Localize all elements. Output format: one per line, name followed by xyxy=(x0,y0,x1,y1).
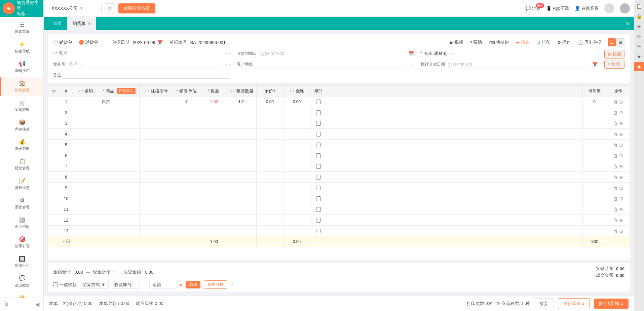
video-btn[interactable]: ▶ 视频 xyxy=(448,39,465,46)
row-price-cell[interactable] xyxy=(256,107,283,118)
row-qty-cell[interactable] xyxy=(200,204,227,215)
row-amount-cell[interactable] xyxy=(283,150,310,161)
row-remark-cell[interactable] xyxy=(327,226,582,236)
radio-return-label[interactable]: 退货单 xyxy=(79,39,98,45)
message-button[interactable]: 💬 消息 99+ xyxy=(525,5,541,11)
row-gift-cell[interactable] xyxy=(310,183,327,193)
row-gift-cell[interactable] xyxy=(310,172,327,183)
row-amount-cell[interactable] xyxy=(283,193,310,204)
company-selector[interactable]: XXXXXX公司 ▼ xyxy=(48,4,102,13)
row-qty-cell[interactable] xyxy=(200,129,227,140)
row-product-cell[interactable] xyxy=(99,129,140,140)
sidebar-item-search[interactable]: ☰搜索菜单 xyxy=(0,18,43,38)
row-unit-cell[interactable] xyxy=(173,129,200,140)
row-product-cell[interactable]: 拆货 xyxy=(99,96,140,107)
logistics-button[interactable]: + 物流 xyxy=(604,60,624,69)
row-amount-cell[interactable] xyxy=(283,172,310,183)
expense-tab-btn[interactable]: 费用分摊 xyxy=(204,280,227,289)
row-barcode-cell[interactable] xyxy=(72,193,99,204)
row-remark-cell[interactable] xyxy=(327,172,582,183)
row-product-cell[interactable] xyxy=(99,161,140,172)
row-gift-cell[interactable] xyxy=(310,118,327,129)
rp-edit-icon[interactable]: ✏ xyxy=(634,42,644,51)
row-product-cell[interactable] xyxy=(99,215,140,226)
delete-row-icon[interactable]: 🗑 xyxy=(613,196,618,201)
gift-checkbox[interactable] xyxy=(316,218,321,223)
rp-minus-icon[interactable]: ⊘ xyxy=(634,32,644,41)
row-spec-cell[interactable] xyxy=(140,118,173,129)
sidebar-item-inventory[interactable]: 📦库存核算 xyxy=(0,116,43,135)
payment-account-select[interactable]: 收款账号 xyxy=(112,281,139,289)
row-amount-cell[interactable] xyxy=(283,215,310,226)
one-click-payment-checkbox[interactable] xyxy=(53,282,58,287)
row-qty-cell[interactable] xyxy=(200,226,227,236)
save-draft-button[interactable]: 保存草稿 ▲ xyxy=(558,298,590,309)
row-unit-cell[interactable] xyxy=(173,118,200,129)
row-pkgqty-cell[interactable]: 1个 xyxy=(227,96,257,107)
gift-checkbox[interactable] xyxy=(316,143,321,147)
rp-add-icon[interactable]: ⊕ xyxy=(634,22,644,31)
sidebar-item-operations[interactable]: 📋经营管理 xyxy=(0,155,43,174)
row-pkgqty-cell[interactable] xyxy=(227,193,257,204)
address-more-icon[interactable]: ··· xyxy=(409,61,414,67)
row-spec-cell[interactable] xyxy=(140,183,173,193)
tab-sales-order[interactable]: 销货单 ✕ xyxy=(67,17,96,30)
delete-row-icon[interactable]: 🗑 xyxy=(613,207,618,212)
tab-close-icon[interactable]: ✕ xyxy=(88,22,91,26)
row-amount-cell[interactable] xyxy=(283,107,310,118)
sidebar-item-finance[interactable]: 💰资金管理 xyxy=(0,135,43,155)
row-gift-cell[interactable] xyxy=(310,150,327,161)
row-pkgqty-cell[interactable] xyxy=(227,172,257,183)
delete-row-icon[interactable]: 🗑 xyxy=(613,99,618,105)
row-amount-cell[interactable] xyxy=(283,140,310,150)
online-service-button[interactable]: 👤 在线客服 xyxy=(575,5,599,11)
row-spec-cell[interactable] xyxy=(140,161,173,172)
row-remark-cell[interactable] xyxy=(327,161,582,172)
delete-row-icon[interactable]: 🗑 xyxy=(613,164,618,169)
copy-row-icon[interactable]: ⊕ xyxy=(619,121,623,126)
row-product-cell[interactable] xyxy=(99,118,140,129)
gift-checkbox[interactable] xyxy=(316,100,321,104)
row-product-cell[interactable] xyxy=(99,107,140,118)
radio-sales-label[interactable]: 销货单 xyxy=(53,39,72,45)
amount-field[interactable] xyxy=(149,281,176,288)
remarks-input[interactable] xyxy=(63,71,230,79)
settings-icon[interactable]: ⚙ xyxy=(4,301,9,308)
row-pkgqty-cell[interactable] xyxy=(227,107,257,118)
row-unit-cell[interactable] xyxy=(173,193,200,204)
copy-row-icon[interactable]: ⊕ xyxy=(619,153,623,158)
row-amount-cell[interactable] xyxy=(283,204,310,215)
row-spec-cell[interactable] xyxy=(140,150,173,161)
sort-barcode-icon[interactable]: ▲▼ xyxy=(78,90,83,92)
delete-row-icon[interactable]: 🗑 xyxy=(613,218,618,223)
row-unit-cell[interactable] xyxy=(173,140,200,150)
tabbar-close-icon[interactable]: ✕ xyxy=(626,21,630,27)
row-amount-cell[interactable] xyxy=(283,161,310,172)
row-spec-cell[interactable] xyxy=(140,226,173,236)
row-barcode-cell[interactable] xyxy=(72,215,99,226)
delete-row-icon[interactable]: 🗑 xyxy=(613,110,618,115)
row-remark-cell[interactable] xyxy=(327,183,582,193)
row-barcode-cell[interactable] xyxy=(72,204,99,215)
sort-pkgqty-icon[interactable]: ▲▼ xyxy=(230,90,235,92)
row-product-cell[interactable] xyxy=(99,193,140,204)
sidebar-item-wechat[interactable]: 💬企业微信 xyxy=(0,272,43,291)
history-btn[interactable]: 📋 历史单据 xyxy=(576,39,604,46)
expected-calendar-icon[interactable]: 📅 xyxy=(592,62,598,67)
row-barcode-cell[interactable] xyxy=(72,118,99,129)
avatar[interactable] xyxy=(604,3,614,13)
shortcuts-btn[interactable]: ⌨ 快捷键 xyxy=(487,39,511,46)
copy-row-icon[interactable]: ⊕ xyxy=(619,174,623,180)
row-amount-cell[interactable] xyxy=(283,129,310,140)
copy-row-icon[interactable]: ⊕ xyxy=(619,99,623,105)
print-btn[interactable]: 🖨 打印 xyxy=(534,39,553,46)
row-remark-cell[interactable] xyxy=(327,193,582,204)
row-barcode-cell[interactable] xyxy=(72,129,99,140)
row-qty-cell[interactable] xyxy=(200,150,227,161)
scan-btn[interactable]: 扫码录入 xyxy=(117,88,136,94)
row-price-cell[interactable] xyxy=(256,183,283,193)
row-barcode-cell[interactable] xyxy=(72,150,99,161)
row-remark-cell[interactable] xyxy=(327,107,582,118)
row-gift-cell[interactable] xyxy=(310,129,327,140)
row-price-cell[interactable] xyxy=(256,204,283,215)
